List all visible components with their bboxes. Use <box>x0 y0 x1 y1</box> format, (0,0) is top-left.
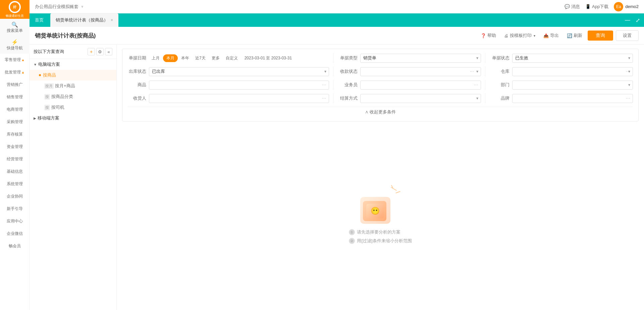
tip-num-2: ② <box>349 238 355 244</box>
sidebar-item-retail[interactable]: 零售管理 ▲ <box>0 54 30 66</box>
page-wrapper: 销货单统计计表(按商品) ❓ 帮助 🖨 按模板打印 ▾ 📤 导出 🔄 刷新 <box>30 27 644 310</box>
tree-section-mobile[interactable]: ▶ 移动端方案 <box>30 113 116 123</box>
logo-text: 畅捷通好生意 <box>6 14 24 18</box>
date-tab-last-month[interactable]: 上月 <box>149 54 162 62</box>
filter-brand-label: 品牌 <box>489 95 509 101</box>
query-button[interactable]: 查询 <box>588 31 613 41</box>
sidebar-item-marketing[interactable]: 营销推广 <box>0 79 30 91</box>
filter-dept-input[interactable] <box>512 81 633 90</box>
filter-doctype-input[interactable]: 销货单 <box>360 54 481 63</box>
date-tab-more[interactable]: 更多 <box>209 54 222 62</box>
sidebar-item-system[interactable]: 系统管理 <box>0 178 30 190</box>
date-tab-custom[interactable]: 自定义 <box>223 54 240 62</box>
tree-item-driver-label: 按司机 <box>51 104 64 110</box>
sidebar-item-quicknav[interactable]: ⚡ 快捷导航 <box>0 36 30 54</box>
filter-goods-dots[interactable]: ··· <box>322 82 326 88</box>
empty-sparkle-2 <box>395 191 400 193</box>
tree-item-driver-icon: 按 <box>44 105 50 110</box>
tree-item-month-goods-icon: 按月 <box>44 83 54 89</box>
filter-payment: 收款状态 ··· <box>337 67 481 76</box>
sidebar-item-operations[interactable]: 经营管理 <box>0 153 30 165</box>
refresh-button[interactable]: 🔄 刷新 <box>564 31 585 40</box>
tree-settings-button[interactable]: ⚙ <box>96 48 104 55</box>
tree-section-pc[interactable]: ▼ 电脑端方案 <box>30 59 116 70</box>
filter-settlement-wrapper <box>360 94 481 103</box>
sidebar-item-ecommerce[interactable]: 电商管理 <box>0 103 30 116</box>
breadcrumb-dropdown-icon[interactable]: ▾ <box>81 4 84 9</box>
date-tab-this-year[interactable]: 本年 <box>178 54 192 62</box>
active-tab-label: 销货单统计计表（按商品） <box>56 17 108 23</box>
sidebar-item-wechat[interactable]: 企业微信 <box>0 227 30 240</box>
filter-divider-1 <box>333 53 333 63</box>
user-section[interactable]: Ea demo2 <box>614 2 639 11</box>
tab-expand-button[interactable]: ⤢ <box>634 16 641 25</box>
filter-docstatus: 单据状态 已生效 <box>489 54 633 63</box>
filter-receiver-input[interactable] <box>149 94 329 103</box>
filter-goods-input[interactable] <box>149 81 329 90</box>
filter-settlement-input[interactable] <box>360 94 481 103</box>
filter-divider-6 <box>485 80 485 90</box>
filter-dept-label: 部门 <box>489 82 509 88</box>
sidebar-item-appcenter[interactable]: 应用中心 <box>0 215 30 227</box>
app-download-button[interactable]: 📱 App下载 <box>585 4 608 10</box>
filter-outstatus-label: 出库状态 <box>128 68 146 74</box>
date-filter-control: 上月 本月 本年 近7天 更多 自定义 2023-03-01 至 2023-03… <box>149 54 329 62</box>
filter-docstatus-input[interactable]: 已生效 <box>512 54 633 63</box>
date-range-text: 2023-03-01 至 2023-03-31 <box>245 55 292 61</box>
filter-salesperson-label: 业务员 <box>337 82 358 88</box>
tab-minimize-button[interactable]: — <box>624 16 632 24</box>
help-button[interactable]: ❓ 帮助 <box>478 31 499 40</box>
logo[interactable]: 好 畅捷通好生意 <box>0 0 30 19</box>
print-button[interactable]: 🖨 按模板打印 ▾ <box>501 31 538 40</box>
filter-doctype-wrapper: 销货单 <box>360 54 481 63</box>
content-layout: 按以下方案查询 + ⚙ « ▼ 电脑端方案 按商品 <box>30 45 644 310</box>
filter-payment-input[interactable] <box>360 67 481 76</box>
tree-item-by-driver[interactable]: 按 按司机 <box>30 102 116 113</box>
filter-brand-input[interactable] <box>512 94 633 103</box>
filter-salesperson-dots[interactable]: ··· <box>474 82 478 88</box>
tab-close-icon[interactable]: × <box>111 18 113 22</box>
tree-item-by-month-goods[interactable]: 按月 按月+商品 <box>30 81 116 91</box>
filter-brand-dots[interactable]: ··· <box>626 95 630 101</box>
empty-box-face-icon: 😶 <box>371 207 380 215</box>
tree-item-category-label: 按商品分类 <box>51 94 73 100</box>
collapse-bar[interactable]: ∧ 收起更多条件 <box>128 107 633 117</box>
tree-item-by-goods[interactable]: 按商品 <box>30 70 116 81</box>
filter-goods: 商品 ··· <box>128 81 329 90</box>
filter-warehouse-dots[interactable]: ··· <box>626 68 630 74</box>
filter-outstatus-input[interactable] <box>149 67 329 76</box>
tree-collapse-button[interactable]: « <box>105 48 112 55</box>
filter-payment-dots[interactable]: ··· <box>470 68 474 74</box>
filter-goods-wrapper: ··· <box>149 81 329 90</box>
sidebar-item-wholesale[interactable]: 批发管理 ▲ <box>0 66 30 79</box>
filter-warehouse-input[interactable] <box>512 67 633 76</box>
filter-salesperson-input[interactable] <box>360 81 481 90</box>
tab-home[interactable]: 首页 <box>30 13 49 27</box>
tip-num-1: ① <box>349 229 355 235</box>
sidebar-item-enterprise[interactable]: 企业协同 <box>0 190 30 203</box>
tree-add-button[interactable]: + <box>88 48 95 55</box>
filter-goods-label: 商品 <box>128 82 146 88</box>
sidebar-item-search[interactable]: 🔍 搜索菜单 <box>0 19 30 36</box>
filter-date: 单据日期 上月 本月 本年 近7天 更多 自定义 20 <box>128 54 329 62</box>
filter-settlement-label: 结算方式 <box>337 95 358 101</box>
tab-active[interactable]: 销货单统计计表（按商品） × <box>50 13 118 27</box>
sidebar-item-basic[interactable]: 基础信息 <box>0 165 30 178</box>
sidebar-item-purchase[interactable]: 采购管理 <box>0 116 30 128</box>
settings-button[interactable]: 设置 <box>616 30 639 41</box>
export-button[interactable]: 📤 导出 <box>541 31 561 40</box>
sidebar-item-inventory[interactable]: 库存核算 <box>0 128 30 141</box>
sidebar-item-newbie[interactable]: 新手引导 <box>0 203 30 215</box>
empty-tip-1: ① 请先选择要分析的方案 <box>349 229 412 235</box>
tree-item-by-category[interactable]: 按 按商品分类 <box>30 91 116 102</box>
date-tab-this-month[interactable]: 本月 <box>163 54 178 62</box>
tip-text-2: 用[过滤]条件来缩小分析范围 <box>357 238 412 244</box>
sidebar-item-sales[interactable]: 销售管理 <box>0 91 30 103</box>
sidebar-item-member[interactable]: 畅会员 <box>0 240 30 252</box>
date-tab-7days[interactable]: 近7天 <box>193 54 208 62</box>
sidebar-item-finance[interactable]: 资金管理 <box>0 141 30 153</box>
filter-receiver-dots[interactable]: ··· <box>322 95 326 101</box>
refresh-icon: 🔄 <box>567 33 572 38</box>
filter-warehouse: 仓库 ··· <box>489 67 633 76</box>
message-button[interactable]: 💬 消息 <box>565 4 580 10</box>
